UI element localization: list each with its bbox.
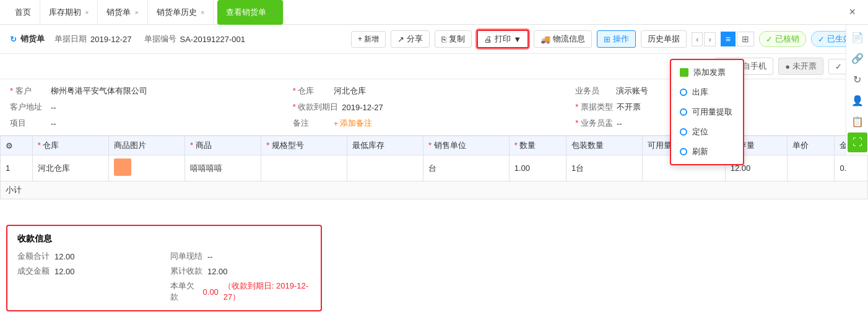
salesperson-value: 演示账号 [616,85,648,97]
prev-button[interactable]: ‹ [692,32,703,46]
next-button[interactable]: › [704,32,715,46]
grid-view-button[interactable]: ⊞ [737,32,754,46]
col-pack-qty: 包装数量 [566,136,643,155]
salesperson2-label: 业务员盂 [575,118,613,129]
row-pack-qty: 1台 [566,155,643,181]
grid-icon: ⊞ [604,35,610,44]
remark-label: 备注 [293,118,330,129]
operation-button[interactable]: ⊞ 操作 [597,30,636,48]
add-remark-button[interactable]: + 添加备注 [334,118,373,129]
dropdown-outbound[interactable]: 出库 [671,82,743,102]
payment-owed: 本单欠款 0.00 （收款到期日: 2019-12-27） [170,280,311,303]
logistics-button[interactable]: 🚚 物流信息 [534,30,592,48]
document-actions: + 新增 ↗ 分享 ⎘ 复制 🖨 打印 ▼ 🚚 物流信息 [351,30,858,48]
dropdown-locate[interactable]: 定位 [671,122,743,142]
payment-date-label: 收款到期日 [293,102,339,113]
project-row: 项目 -- [10,118,293,129]
sidebar-expand-icon[interactable]: ⛶ [848,132,867,152]
right-sidebar: 📄 🔗 ↻ 👤 📋 ⛶ [846,25,868,155]
col-settings[interactable]: ⚙ [1,136,33,155]
payment-date-row: 收款到期日 2019-12-27 [293,102,576,113]
col-price: 单价 [787,136,835,155]
row-quantity: 1.00 [509,155,566,181]
subtotal-label: 小计 [1,181,868,199]
settings-icon: ⚙ [6,141,13,150]
remark-row: 备注 + 添加备注 [293,118,576,129]
list-view-button[interactable]: ≡ [721,32,736,46]
sidebar-doc-icon[interactable]: 📄 [848,27,867,47]
row-unit: 台 [423,155,510,181]
address-row: 客户地址 -- [10,102,293,113]
history-button[interactable]: 历史单据 [641,30,687,48]
address-value: -- [51,103,56,112]
warehouse-row: 仓库 河北仓库 [293,85,576,97]
product-image [114,158,131,176]
bill-type-value: 不开票 [617,102,641,113]
row-min-stock [347,155,423,181]
col-product: 商品 [185,136,261,155]
new-button[interactable]: + 新增 [351,31,386,48]
sidebar-refresh-icon[interactable]: ↻ [848,69,867,89]
share-icon: ↗ [397,35,404,44]
dropdown-available-qty[interactable]: 可用量提取 [671,102,743,122]
customer-label: 客户 [10,85,47,97]
refresh-icon [680,148,687,155]
salesperson2-value: -- [617,119,622,128]
close-tab-3[interactable]: × [201,9,204,16]
available-icon [680,108,687,116]
dropdown-add-invoice[interactable]: 添加发票 [671,63,743,82]
payment-date-value: 2019-12-27 [342,103,383,112]
close-tab-2[interactable]: × [134,9,138,16]
document-title: ↻ 销货单 [10,33,45,45]
dropdown-refresh[interactable]: 刷新 [671,142,743,162]
outbound-icon [680,89,687,96]
document-title-text: 销货单 [20,33,45,45]
warehouse-value: 河北仓库 [334,85,366,97]
locate-icon [680,128,687,136]
warehouse-label: 仓库 [293,85,330,97]
close-tab-1[interactable]: × [85,9,89,16]
invoice-icon: ● [785,62,790,71]
payment-title: 收款信息 [17,233,311,245]
print-button[interactable]: 🖨 打印 ▼ [477,30,529,48]
document-meta: 单据日期 2019-12-27 单据编号 SA-20191227-001 [54,33,341,45]
not-open-invoice-button[interactable]: ● 未开票 [778,58,823,75]
address-label: 客户地址 [10,102,47,113]
close-tab-4[interactable]: × [270,9,274,16]
check-icon-3: ✓ [835,62,842,71]
tab-inventory-initial[interactable]: 库存期初 × [40,0,98,25]
col-image: 商品图片 [108,136,184,155]
check-icon: ✓ [766,35,773,44]
operation-dropdown: 添加发票 出库 可用量提取 定位 刷新 [670,59,744,165]
payment-info-box: 收款信息 金额合计 12.00 同单现结 -- 成交金额 12.00 累计收款 … [6,225,322,311]
row-spec [261,155,347,181]
row-image [108,155,184,181]
check-icon-2: ✓ [818,35,825,44]
copy-button[interactable]: ⎘ 复制 [435,30,472,48]
share-button[interactable]: ↗ 分享 [391,30,430,48]
sidebar-link-icon[interactable]: 🔗 [848,48,867,68]
doc-number: 单据编号 SA-20191227-001 [144,33,246,45]
tab-sales-order[interactable]: 销货单 × [98,0,147,25]
payment-total: 金额合计 12.00 [17,251,158,262]
print-icon: 🖨 [484,35,492,44]
customer-value: 柳州粤港平安气体有限公司 [51,85,147,97]
document-icon: ↻ [10,35,17,44]
close-window-button[interactable]: × [843,6,862,19]
project-value: -- [51,119,56,128]
col-spec: 规格型号 [261,136,347,155]
tab-view-order[interactable]: 查看销货单 × [217,0,283,25]
document-header: ↻ 销货单 单据日期 2019-12-27 单据编号 SA-20191227-0… [0,25,868,54]
tab-home[interactable]: 首页 [6,0,40,25]
payment-transaction: 成交金额 12.00 [17,266,158,277]
project-label: 项目 [10,118,47,129]
col-quantity: 数量 [509,136,566,155]
col-unit: 销售单位 [423,136,510,155]
sidebar-clipboard-icon[interactable]: 📋 [848,111,867,131]
tab-sales-history[interactable]: 销货单历史 × [148,0,214,25]
sidebar-user-icon[interactable]: 👤 [848,90,867,110]
doc-date: 单据日期 2019-12-27 [54,33,132,45]
plus-icon: + [334,119,339,128]
row-warehouse: 河北仓库 [32,155,108,181]
payment-cumulative: 累计收款 12.00 [170,266,311,277]
